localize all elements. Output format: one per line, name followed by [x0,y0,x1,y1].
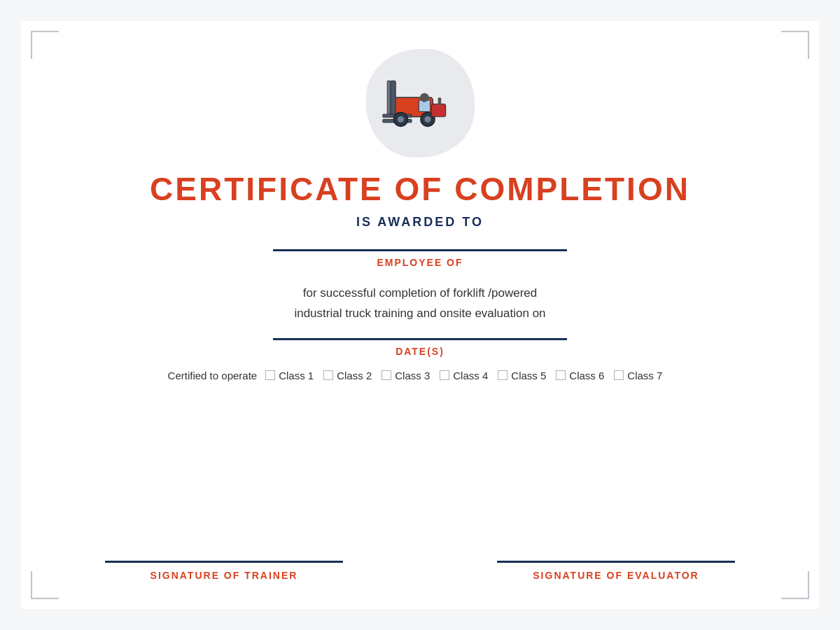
svg-rect-3 [391,80,396,115]
class-5-label: Class 5 [511,370,546,382]
evaluator-underline [497,561,735,563]
class-6-label: Class 6 [569,370,604,382]
svg-point-8 [424,115,430,122]
class-2-label: Class 2 [337,370,372,382]
class-1-checkbox[interactable] [265,370,275,380]
svg-point-10 [398,115,404,122]
employee-of-label: EMPLOYEE OF [273,257,567,268]
classes-row: Certified to operate Class 1 Class 2 Cla… [63,370,777,382]
class-item-6: Class 6 [556,370,604,382]
date-underline [273,338,567,340]
class-item-4: Class 4 [440,370,488,382]
trainer-underline [105,561,343,563]
class-item-7: Class 7 [614,370,662,382]
dates-label: DATE(S) [273,346,567,357]
certificate: CERTIFICATE OF COMPLETION IS AWARDED TO … [21,21,819,609]
forklift-icon [382,72,458,135]
class-item-3: Class 3 [382,370,430,382]
class-7-label: Class 7 [627,370,662,382]
class-5-checkbox[interactable] [498,370,507,380]
name-section: EMPLOYEE OF [273,249,567,268]
class-1-label: Class 1 [279,370,314,382]
svg-rect-12 [438,97,442,105]
corner-bracket-tr [781,31,809,59]
trainer-signature-block: SIGNATURE OF TRAINER [105,561,343,581]
class-4-label: Class 4 [453,370,488,382]
class-3-checkbox[interactable] [382,370,391,380]
svg-rect-4 [387,80,391,115]
class-7-checkbox[interactable] [614,370,624,380]
evaluator-signature-block: SIGNATURE OF EVALUATOR [497,561,735,581]
certificate-title: CERTIFICATE OF COMPLETION [150,170,690,208]
corner-bracket-bl [31,571,59,599]
class-2-checkbox[interactable] [323,370,333,380]
class-item-2: Class 2 [323,370,372,382]
forklift-icon-container [366,49,475,158]
awarded-to-label: IS AWARDED TO [356,215,484,230]
name-underline [273,249,567,251]
certified-label: Certified to operate [168,370,258,382]
svg-point-2 [420,92,429,102]
corner-bracket-br [781,571,809,599]
evaluator-signature-label: SIGNATURE OF EVALUATOR [497,570,735,581]
class-item-1: Class 1 [265,370,314,382]
corner-bracket-tl [31,31,59,59]
date-section: DATE(S) [273,338,567,357]
class-4-checkbox[interactable] [440,370,449,380]
class-item-5: Class 5 [498,370,546,382]
class-6-checkbox[interactable] [556,370,566,380]
trainer-signature-label: SIGNATURE OF TRAINER [105,570,343,581]
signatures-row: SIGNATURE OF TRAINER SIGNATURE OF EVALUA… [63,561,777,581]
class-3-label: Class 3 [395,370,430,382]
svg-rect-11 [432,104,446,116]
description-text: for successful completion of forklift /p… [294,284,545,324]
